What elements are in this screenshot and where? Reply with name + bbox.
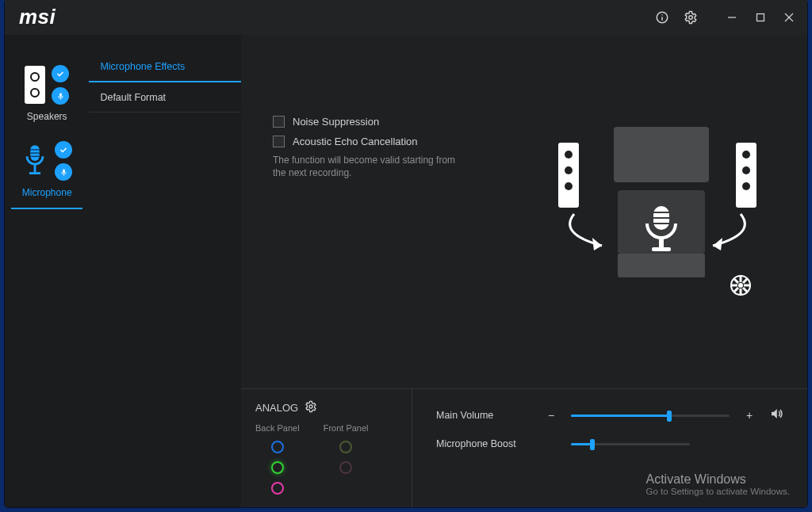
jack-front-green[interactable] [339, 441, 352, 453]
svg-point-38 [738, 283, 743, 288]
tab-microphone-effects[interactable]: Microphone Effects [89, 52, 241, 82]
info-icon[interactable] [649, 4, 676, 31]
svg-rect-8 [59, 93, 62, 97]
aec-hint: The function will become valid starting … [273, 154, 471, 179]
analog-title: ANALOG [255, 402, 298, 414]
mic-badge-icon [55, 163, 72, 181]
svg-line-43 [734, 279, 738, 283]
speaker-icon[interactable] [769, 407, 783, 423]
aec-label: Acoustic Echo Cancellation [293, 136, 418, 147]
effects-options: Noise Suppression Acoustic Echo Cancella… [273, 71, 511, 388]
microphone-icon [21, 142, 48, 180]
svg-point-28 [565, 151, 573, 159]
jack-pink[interactable] [271, 482, 284, 495]
svg-point-3 [689, 16, 693, 20]
speaker-icon [25, 66, 45, 104]
svg-rect-16 [63, 169, 65, 173]
app-window: msi [5, 0, 807, 507]
jack-front-pink[interactable] [339, 461, 352, 474]
back-panel-label: Back Panel [255, 423, 300, 433]
mic-badge-icon [52, 87, 69, 105]
svg-point-33 [742, 166, 750, 174]
rail-label-microphone: Microphone [22, 187, 72, 198]
device-rail: Speakers [5, 35, 89, 507]
mic-boost-slider[interactable] [571, 438, 690, 449]
main-volume-slider[interactable] [571, 410, 730, 421]
svg-point-47 [309, 405, 312, 408]
checkbox-icon [273, 116, 285, 128]
svg-line-45 [734, 288, 738, 292]
svg-rect-26 [652, 247, 671, 251]
gear-icon[interactable] [304, 400, 317, 415]
noise-suppression-label: Noise Suppression [293, 116, 379, 128]
svg-rect-25 [659, 238, 664, 247]
mic-boost-label: Microphone Boost [436, 438, 531, 449]
check-badge-icon [52, 65, 69, 82]
svg-rect-18 [614, 127, 709, 182]
tab-default-format[interactable]: Default Format [89, 82, 241, 113]
bottom-panel: ANALOG Back Panel [241, 388, 807, 507]
svg-point-32 [742, 151, 750, 159]
jack-green[interactable] [271, 461, 284, 474]
checkbox-noise-suppression[interactable]: Noise Suppression [273, 116, 511, 128]
brand-logo: msi [19, 5, 56, 29]
svg-rect-5 [757, 14, 764, 21]
subnav: Microphone Effects Default Format [89, 35, 241, 507]
jack-blue[interactable] [271, 441, 284, 453]
mic-illustration [527, 71, 788, 388]
svg-line-46 [743, 279, 747, 283]
check-badge-icon [55, 141, 72, 159]
svg-point-29 [565, 166, 573, 174]
volume-panel: Main Volume − + Microphone Boo [412, 389, 807, 507]
rail-item-microphone[interactable]: Microphone [5, 133, 89, 209]
volume-plus-button[interactable]: + [744, 409, 755, 422]
volume-minus-button[interactable]: − [546, 409, 557, 422]
maximize-button[interactable] [747, 4, 774, 31]
svg-rect-20 [618, 254, 705, 277]
minimize-button[interactable] [718, 4, 745, 31]
checkbox-icon [273, 136, 285, 147]
front-panel-label: Front Panel [324, 423, 369, 433]
close-button[interactable] [776, 4, 802, 31]
checkbox-aec[interactable]: Acoustic Echo Cancellation [273, 136, 511, 147]
main-content: Noise Suppression Acoustic Echo Cancella… [241, 35, 807, 507]
rail-label-speakers: Speakers [27, 111, 67, 122]
svg-line-44 [743, 288, 747, 292]
settings-icon[interactable] [677, 4, 704, 31]
titlebar [5, 0, 807, 35]
main-volume-label: Main Volume [436, 410, 531, 421]
rail-item-speakers[interactable]: Speakers [5, 57, 89, 133]
svg-point-34 [742, 182, 750, 190]
svg-point-2 [661, 14, 663, 16]
svg-point-30 [565, 182, 573, 190]
analog-panel: ANALOG Back Panel [241, 389, 412, 507]
